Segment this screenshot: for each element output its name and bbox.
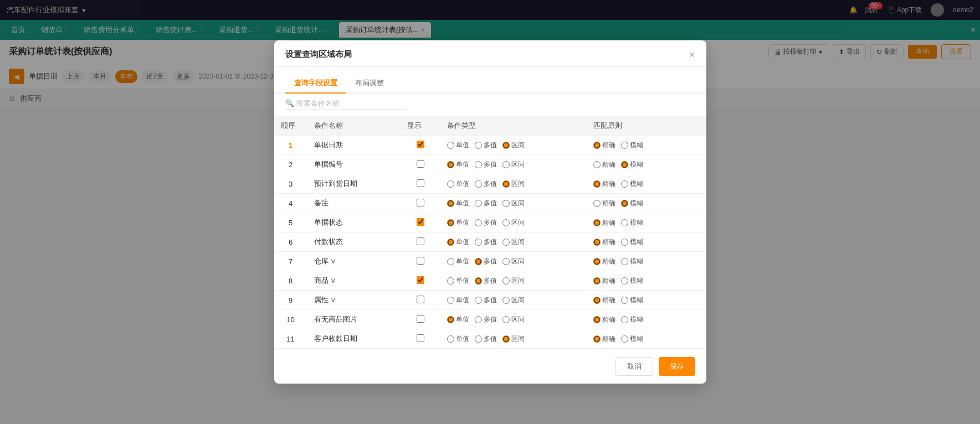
dialog-search-area: 🔍 <box>274 94 706 108</box>
search-input-wrapper: 🔍 <box>285 99 407 108</box>
settings-dialog: 设置查询区域布局 × 查询字段设置 布局调整 🔍 顺序 条件名称 显示 <box>274 40 706 108</box>
tab-layout-adjust[interactable]: 布局调整 <box>346 74 393 94</box>
modal-overlay: 设置查询区域布局 × 查询字段设置 布局调整 🔍 顺序 条件名称 显示 <box>0 0 980 108</box>
search-icon: 🔍 <box>285 99 294 107</box>
condition-search-input[interactable] <box>296 99 407 107</box>
dialog-title: 设置查询区域布局 <box>285 49 352 60</box>
tab-query-fields[interactable]: 查询字段设置 <box>285 74 346 94</box>
dialog-header: 设置查询区域布局 × <box>274 40 706 67</box>
dialog-tabs: 查询字段设置 布局调整 <box>274 67 706 94</box>
dialog-close-button[interactable]: × <box>689 50 695 60</box>
